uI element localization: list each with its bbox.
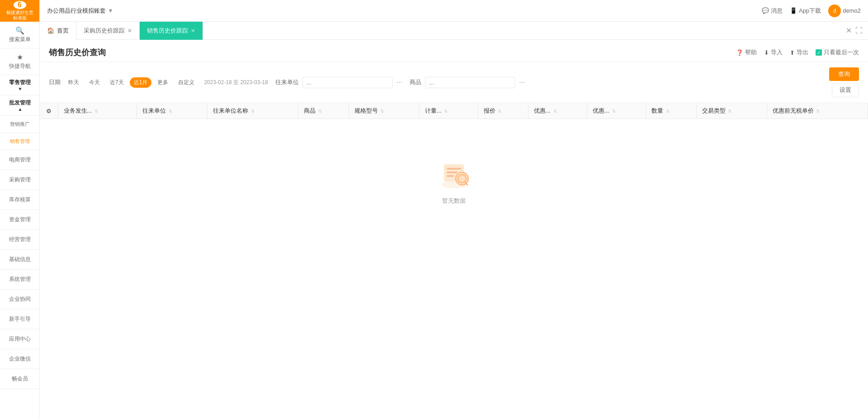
th-quantity[interactable]: 数量 ⇅: [646, 103, 696, 119]
sidebar-item-app-center[interactable]: 应用中心: [0, 329, 39, 349]
sidebar-item-search-menu[interactable]: 🔍 搜索菜单: [0, 22, 39, 48]
sidebar-item-quick-nav[interactable]: ★ 快捷导航: [0, 48, 39, 75]
sidebar-item-basic[interactable]: 基础信息: [0, 250, 39, 270]
close-all-tabs-icon[interactable]: ✕: [846, 26, 852, 35]
product-input[interactable]: [425, 77, 515, 88]
sidebar-item-purchase[interactable]: 采购管理: [0, 170, 39, 190]
logo-icon: 6: [14, 1, 26, 9]
page-title: 销售历史价查询: [49, 47, 106, 58]
import-label: 导入: [771, 48, 783, 57]
sidebar-item-system[interactable]: 系统管理: [0, 270, 39, 290]
tab-home[interactable]: 🏠 首页: [40, 22, 76, 40]
product-more-icon[interactable]: ···: [519, 78, 525, 86]
only-last-label: 只看最后一次: [824, 48, 859, 57]
sort-icon: ⇅: [816, 109, 820, 114]
sidebar-item-label: 畅会员: [12, 375, 28, 383]
user-action[interactable]: d demo2: [828, 5, 861, 17]
only-last-checkbox[interactable]: ✓: [816, 49, 822, 56]
partner-filter-group: 往来单位 ···: [275, 77, 402, 88]
sidebar-item-label: 快捷导航: [9, 62, 31, 70]
date-btn-today[interactable]: 今天: [85, 77, 104, 88]
th-trade-type[interactable]: 交易类型 ⇅: [696, 103, 767, 119]
sidebar-item-ecommerce[interactable]: 电商管理: [0, 150, 39, 170]
message-action[interactable]: 💬 消息: [762, 7, 783, 15]
partner-input[interactable]: [302, 77, 393, 88]
settings-button[interactable]: 设置: [832, 83, 859, 97]
partner-filter-label: 往来单位: [275, 78, 299, 86]
sidebar-item-member[interactable]: 畅会员: [0, 369, 39, 389]
sidebar-item-enterprise[interactable]: 企业协同: [0, 290, 39, 309]
import-action[interactable]: ⬇ 导入: [764, 48, 783, 57]
th-discount2[interactable]: 优惠... ⇅: [587, 103, 646, 119]
empty-icon: [436, 155, 472, 191]
maximize-icon[interactable]: ⛶: [855, 27, 863, 35]
tabs-bar: 🏠 首页 采购历史价跟踪 ✕ 销售历史价跟踪 ✕ ✕ ⛶: [40, 22, 868, 40]
th-unit[interactable]: 计量... ⇅: [419, 103, 478, 119]
th-product[interactable]: 商品 ⇅: [298, 103, 349, 119]
sidebar-item-label: 企业微信: [9, 355, 31, 363]
app-download-action[interactable]: 📱 App下载: [790, 7, 821, 15]
sidebar-item-sales[interactable]: 销售管理: [0, 133, 39, 150]
table-header-row: ⚙ 业务发生... ⇅ 往来单位 ⇅ 往来单位名称 ⇅: [40, 103, 868, 119]
date-btn-yesterday[interactable]: 昨天: [64, 77, 83, 88]
sidebar-item-marketing[interactable]: 营销推广: [0, 116, 39, 133]
sidebar-item-business[interactable]: 经营管理: [0, 230, 39, 250]
avatar: d: [828, 5, 841, 17]
dropdown-icon[interactable]: ▼: [108, 7, 113, 14]
tabs-right-actions: ✕ ⛶: [840, 26, 868, 35]
sidebar-item-label: 批发管理: [9, 99, 31, 107]
date-btn-7days[interactable]: 近7天: [106, 77, 128, 88]
only-last-checkbox-group[interactable]: ✓ 只看最后一次: [816, 48, 859, 57]
tab-purchase-history[interactable]: 采购历史价跟踪 ✕: [76, 22, 140, 40]
sidebar-item-label: 销售管理: [10, 138, 30, 145]
date-btn-custom[interactable]: 自定义: [174, 77, 198, 88]
th-discount1[interactable]: 优惠... ⇅: [528, 103, 587, 119]
svg-rect-2: [447, 168, 461, 170]
sidebar-item-label: 采购管理: [9, 176, 31, 184]
logo-sub: 标准版: [13, 15, 27, 21]
th-settings[interactable]: ⚙: [40, 103, 58, 119]
sidebar-item-wechat[interactable]: 企业微信: [0, 349, 39, 369]
th-price[interactable]: 报价 ⇅: [478, 103, 528, 119]
search-menu-icon: 🔍: [15, 26, 24, 35]
partner-more-icon[interactable]: ···: [396, 78, 402, 86]
th-spec[interactable]: 规格型号 ⇅: [349, 103, 419, 119]
sidebar-item-label: 应用中心: [9, 335, 31, 343]
sidebar-item-label: 系统管理: [9, 276, 31, 283]
date-shortcuts: 昨天 今天 近7天 近1月 更多 自定义: [64, 77, 198, 88]
sort-icon: ⇅: [498, 109, 501, 114]
help-action[interactable]: ❓ 帮助: [736, 48, 757, 57]
app-download-label: App下载: [799, 7, 821, 15]
th-partner-code[interactable]: 往来单位 ⇅: [137, 103, 208, 119]
sort-icon: ⇅: [612, 109, 616, 114]
tab-home-label: 首页: [57, 27, 69, 35]
chevron-down-icon: ▼: [18, 86, 23, 91]
export-icon: ⬆: [790, 49, 795, 56]
sidebar-item-newbie[interactable]: 新手引导: [0, 309, 39, 329]
sidebar-item-inventory[interactable]: 库存核算: [0, 190, 39, 210]
topbar: 办公用品行业模拟账套 ▼ 💬 消息 📱 App下载 d demo2: [40, 0, 868, 22]
sidebar-item-finance[interactable]: 资金管理: [0, 210, 39, 230]
th-partner-name[interactable]: 往来单位名称 ⇅: [208, 103, 298, 119]
tab-sales-close-icon[interactable]: ✕: [191, 28, 195, 34]
main-area: 办公用品行业模拟账套 ▼ 💬 消息 📱 App下载 d demo2 🏠 首页: [40, 0, 868, 418]
product-filter-group: 商品 ···: [410, 77, 525, 88]
empty-text: 暂无数据: [442, 197, 466, 205]
sidebar-item-retail[interactable]: 零售管理 ▼: [0, 75, 39, 95]
sidebar-item-label: 基础信息: [9, 256, 31, 263]
tab-sales-history[interactable]: 销售历史价跟踪 ✕: [140, 22, 203, 40]
tab-purchase-close-icon[interactable]: ✕: [127, 28, 132, 34]
sort-icon: ⇅: [666, 109, 670, 114]
table-container: ⚙ 业务发生... ⇅ 往来单位 ⇅ 往来单位名称 ⇅: [40, 103, 868, 418]
export-action[interactable]: ⬆ 导出: [790, 48, 808, 57]
th-pretax-price[interactable]: 优惠前无税单价 ⇅: [767, 103, 868, 119]
date-btn-1month[interactable]: 近1月: [130, 77, 152, 88]
sort-icon: ⇅: [444, 109, 448, 114]
svg-rect-4: [447, 175, 454, 177]
sort-icon: ⇅: [251, 109, 255, 114]
query-button[interactable]: 查询: [829, 67, 859, 81]
sidebar-item-wholesale[interactable]: 批发管理 ▲: [0, 95, 39, 116]
date-btn-more[interactable]: 更多: [153, 77, 172, 88]
logo: 6 畅捷通好生意 标准版: [0, 0, 39, 22]
th-biz-date[interactable]: 业务发生... ⇅: [58, 103, 137, 119]
